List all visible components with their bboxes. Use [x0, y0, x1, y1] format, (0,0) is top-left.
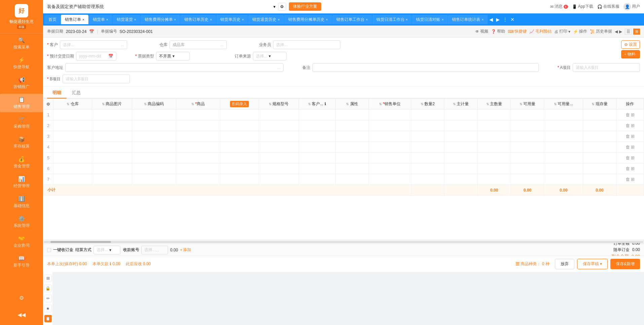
tab-close-icon[interactable]: ×: [442, 18, 444, 22]
sidebar-item-quicknav[interactable]: ⚡ 快捷导航: [0, 54, 43, 73]
print-arrow-icon[interactable]: ▾: [568, 29, 570, 34]
row-qty2[interactable]: [411, 131, 444, 142]
gear-icon[interactable]: ⚙: [46, 102, 50, 107]
row-attr[interactable]: [336, 142, 369, 153]
tab-workbench[interactable]: 销售订单工作台 ×: [332, 15, 372, 24]
copy-row-icon[interactable]: ⊞: [631, 145, 635, 150]
sidebar-item-guide[interactable]: 📖 新手引导: [0, 252, 43, 271]
row-main-qty[interactable]: [478, 174, 511, 185]
delete-row-icon[interactable]: 🗑: [626, 134, 630, 139]
save-draft-button[interactable]: 保存草稿 ▾: [577, 259, 608, 269]
row-unit[interactable]: [369, 120, 411, 131]
salesperson-input[interactable]: 选择...: [273, 40, 340, 49]
row-name[interactable]: [176, 163, 220, 174]
warehouse-input[interactable]: 成品库 ...: [169, 40, 227, 49]
sort-icon[interactable]: ⇅: [554, 102, 557, 106]
tab-cash-reconcile[interactable]: 钱货日清对账 ×: [412, 15, 448, 24]
sidebar-item-inventory[interactable]: 📦 库存核算: [0, 133, 43, 152]
row-unit[interactable]: [369, 110, 411, 120]
tab-next-icon[interactable]: ▶: [495, 17, 501, 22]
tab-close-icon[interactable]: ×: [482, 18, 484, 22]
row-attr[interactable]: [336, 131, 369, 142]
row-name[interactable]: [176, 142, 220, 153]
tab-return[interactable]: 销货退货 ×: [113, 15, 140, 24]
row-qty2[interactable]: [411, 142, 444, 153]
user-menu[interactable]: 👤 用户: [623, 3, 640, 10]
row-main-qty[interactable]: [478, 120, 511, 131]
sidebar-item-basic[interactable]: ℹ️ 基础信息: [0, 193, 43, 211]
row-spec[interactable]: [259, 131, 299, 142]
order-source-select[interactable]: 选择... ▾: [253, 52, 287, 60]
panel-icon-3[interactable]: ✏: [44, 295, 52, 302]
row-spec[interactable]: [259, 174, 299, 185]
sort-icon[interactable]: ⇅: [269, 102, 271, 106]
sort-icon[interactable]: ⇅: [308, 102, 311, 106]
row-cust[interactable]: [299, 153, 335, 163]
tab-summary[interactable]: 汇总: [67, 88, 86, 98]
tab-prev-icon[interactable]: ◀: [488, 17, 494, 22]
tab-close-icon[interactable]: ×: [278, 18, 280, 22]
remark-input[interactable]: [312, 63, 539, 72]
history-btn[interactable]: 📜 历史单据: [590, 29, 612, 34]
sort-icon[interactable]: ⇅: [379, 102, 382, 106]
tab-invoice-history[interactable]: 销货单历史 ×: [216, 15, 248, 24]
row-cust[interactable]: [299, 131, 335, 142]
row-spec[interactable]: [259, 163, 299, 174]
row-main-qty[interactable]: [478, 110, 511, 120]
payment-method-select[interactable]: 选择... ▾: [93, 246, 120, 254]
dropdown-arrow[interactable]: ▾: [273, 4, 275, 9]
sort-icon[interactable]: ⇅: [486, 102, 489, 106]
tab-close-icon[interactable]: ×: [106, 18, 108, 22]
sidebar-item-system[interactable]: ⚙️ 系统管理: [0, 213, 43, 231]
row-unit[interactable]: [369, 142, 411, 153]
sort-icon[interactable]: ⇅: [346, 102, 349, 106]
row-spec[interactable]: [259, 110, 299, 120]
horizontal-scrollbar[interactable]: [43, 240, 644, 244]
copy-row-icon[interactable]: ⊞: [631, 177, 635, 182]
add-material-button[interactable]: + 物料: [621, 50, 640, 58]
copy-row-icon[interactable]: ⊞: [631, 123, 635, 128]
row-main-qty[interactable]: [478, 153, 511, 163]
tab-menu-icon[interactable]: ⋮: [501, 17, 509, 22]
tab-stats[interactable]: 销售订单统计表 ×: [448, 15, 488, 24]
row-code[interactable]: [132, 153, 176, 163]
grid-view-icon[interactable]: ⊞: [633, 29, 640, 35]
panel-icon-5[interactable]: 📋: [44, 315, 52, 322]
calendar-icon[interactable]: 📅: [89, 29, 94, 34]
settings-icon[interactable]: ⚙: [278, 3, 286, 11]
tab-close-icon[interactable]: ×: [326, 18, 328, 22]
row-warehouse[interactable]: [53, 120, 92, 131]
row-warehouse[interactable]: [53, 163, 92, 174]
tab-invoice[interactable]: 销货单 ×: [89, 15, 112, 24]
row-attr[interactable]: [336, 174, 369, 185]
row-name[interactable]: [176, 174, 220, 185]
app-download-button[interactable]: 📱 App下载: [572, 4, 593, 9]
help-btn[interactable]: ❓ 帮助: [491, 29, 505, 34]
row-code[interactable]: [132, 142, 176, 153]
tab-close-icon[interactable]: ×: [242, 18, 244, 22]
row-warehouse[interactable]: [53, 142, 92, 153]
tab-fee-split[interactable]: 销售费用分摊单 ×: [141, 15, 180, 24]
delete-row-icon[interactable]: 🗑: [626, 166, 630, 171]
row-attr[interactable]: [336, 163, 369, 174]
row-code[interactable]: [132, 131, 176, 142]
sidebar-item-search[interactable]: 🔍 搜索菜单: [0, 34, 43, 53]
b-project-input[interactable]: 请输入B项目: [63, 75, 130, 83]
sidebar-item-operation[interactable]: 📊 经营管理: [0, 173, 43, 192]
sidebar-item-sales[interactable]: 📋 销售管理: [0, 94, 43, 112]
a-project-input[interactable]: 请输入A项目: [573, 63, 640, 72]
panel-icon-1[interactable]: ⊞: [44, 275, 52, 282]
tab-close-icon[interactable]: ×: [134, 18, 136, 22]
account-input[interactable]: 选择... ...: [141, 246, 168, 254]
delete-row-icon[interactable]: 🗑: [626, 155, 630, 160]
sort-icon[interactable]: ⇅: [67, 102, 69, 106]
tab-sales-order[interactable]: 销售订单 ×: [61, 15, 88, 24]
row-name[interactable]: [176, 120, 220, 131]
row-main-qty[interactable]: [478, 142, 511, 153]
sidebar-item-purchase[interactable]: 🛒 采购管理: [0, 114, 43, 132]
tab-return-history[interactable]: 销货退货历史 ×: [248, 15, 284, 24]
solution-button[interactable]: 体验行业方案: [289, 2, 321, 11]
panel-icon-4[interactable]: ★: [44, 305, 52, 312]
sidebar-item-finance[interactable]: 💰 资金管理: [0, 153, 43, 172]
row-unit[interactable]: [369, 153, 411, 163]
